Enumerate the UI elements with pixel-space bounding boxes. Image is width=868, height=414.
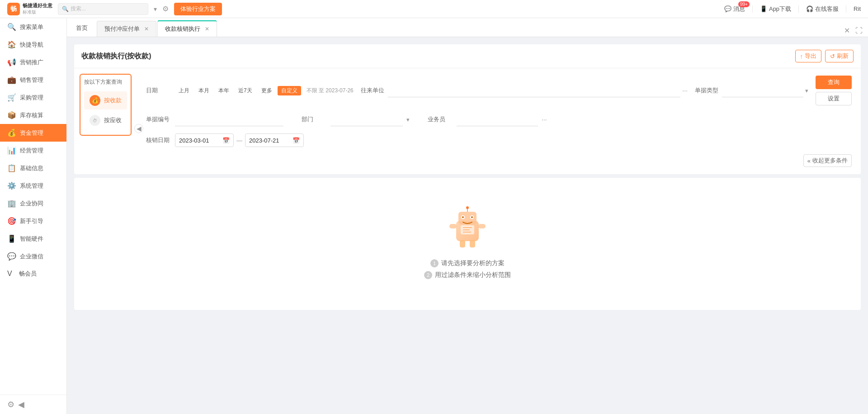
doc-number-input[interactable] xyxy=(175,113,283,126)
purchase-icon: 🛒 xyxy=(7,93,16,102)
collapse-left-arrow[interactable]: ◀ xyxy=(134,124,143,133)
collapse-sidebar-icon[interactable]: ◀ xyxy=(18,400,24,409)
dept-dropdown-icon[interactable]: ▾ xyxy=(406,116,410,123)
topbar-right: 💬 消息 99+ 📱 App下载 🎧 在线客服 Rit xyxy=(724,5,861,13)
topbar: 畅 畅捷通好生意 标准版 🔍 搜索... ▾ ⚙ 体验行业方案 💬 消息 99+… xyxy=(0,0,868,18)
search-bar[interactable]: 🔍 搜索... xyxy=(58,3,148,15)
svg-rect-11 xyxy=(470,240,475,247)
maximize-tab-button[interactable]: ⛶ xyxy=(854,25,864,37)
sidebar-label-member: 畅会员 xyxy=(19,270,37,278)
user-name[interactable]: Rit xyxy=(854,5,861,12)
tab-receipt-write-off[interactable]: 收款核销执行 ✕ xyxy=(157,20,217,37)
filter-writeoff-date-item: 核销日期 2023-03-01 📅 — 2023-07-21 📅 xyxy=(146,133,304,147)
sidebar-item-guide[interactable]: 🎯 新手引导 xyxy=(0,212,66,230)
svg-rect-1 xyxy=(458,212,476,224)
sidebar-label-enterprise: 企业协同 xyxy=(20,200,43,208)
date-more[interactable]: 更多 xyxy=(258,86,276,95)
customer-dots[interactable]: ··· xyxy=(682,87,688,94)
date-this-year[interactable]: 本年 xyxy=(215,86,233,95)
date-this-month[interactable]: 本月 xyxy=(195,86,213,95)
writeoff-date-range: 2023-03-01 📅 — 2023-07-21 📅 xyxy=(175,133,304,147)
filter-option-by-receivable[interactable]: ⏱ 按应收 xyxy=(84,111,127,129)
customer-input[interactable] xyxy=(388,84,681,97)
sidebar-item-search-menu[interactable]: 🔍 搜索菜单 xyxy=(0,18,66,36)
page-actions: ↑ 导出 ↺ 刷新 xyxy=(795,50,854,62)
svg-point-4 xyxy=(462,216,464,218)
sidebar-item-operations[interactable]: 📊 经营管理 xyxy=(0,142,66,159)
inventory-icon: 📦 xyxy=(7,111,16,119)
salesman-input[interactable] xyxy=(457,113,538,126)
sidebar: 🔍 搜索菜单 🏠 快捷导航 📢 营销推广 💼 销售管理 🛒 采购管理 📦 库存核… xyxy=(0,18,67,414)
chevron-down-icon[interactable]: ▾ xyxy=(154,5,157,13)
writeoff-start-date[interactable]: 2023-03-01 📅 xyxy=(175,133,234,147)
page-title: 收款核销执行(按收款) xyxy=(81,52,151,61)
app-title: 畅捷通好生意 xyxy=(23,2,52,9)
sidebar-item-member[interactable]: V 畅会员 xyxy=(0,265,66,282)
member-icon: V xyxy=(7,270,15,278)
online-service-button[interactable]: 🎧 在线客服 xyxy=(806,5,839,13)
dept-input[interactable] xyxy=(330,113,403,126)
settings-button[interactable]: 设置 xyxy=(816,92,852,105)
empty-tip-num-1: 1 xyxy=(430,259,439,267)
date-7days[interactable]: 近7天 xyxy=(235,86,256,95)
date-last-month[interactable]: 上月 xyxy=(175,86,193,95)
filter-doc-type-item: 单据类型 ▾ xyxy=(695,84,808,97)
app-subtitle: 标准版 xyxy=(23,9,52,15)
tab-prepay[interactable]: 预付冲应付单 ✕ xyxy=(97,21,156,37)
filter-row-3: 核销日期 2023-03-01 📅 — 2023-07-21 📅 xyxy=(146,133,852,147)
close-tab-button[interactable]: ✕ xyxy=(842,24,852,37)
date-range-sep: — xyxy=(236,137,242,144)
tab-prepay-label: 预付冲应付单 xyxy=(104,25,140,33)
writeoff-end-date-text: 2023-07-21 xyxy=(249,137,279,144)
dept-label: 部门 xyxy=(302,115,327,124)
message-badge: 99+ xyxy=(738,1,750,7)
filter-option-by-receipt[interactable]: 💰 按收款 xyxy=(84,91,127,109)
sidebar-item-wechat[interactable]: 💬 企业微信 xyxy=(0,247,66,265)
filter-customer-item: 往来单位 ··· xyxy=(361,84,688,97)
sidebar-item-hardware[interactable]: 📱 智能硬件 xyxy=(0,230,66,247)
calendar-end-icon[interactable]: 📅 xyxy=(292,137,300,144)
gear-icon[interactable]: ⚙ xyxy=(162,5,169,13)
message-button[interactable]: 💬 消息 99+ xyxy=(724,5,745,13)
sidebar-item-basic-info[interactable]: 📋 基础信息 xyxy=(0,159,66,177)
solution-button[interactable]: 体验行业方案 xyxy=(174,3,222,15)
settings-bottom-icon[interactable]: ⚙ xyxy=(7,400,14,409)
empty-tip-text-1: 请先选择要分析的方案 xyxy=(441,259,505,267)
sidebar-item-finance[interactable]: 💰 资金管理 xyxy=(0,124,66,142)
sidebar-item-enterprise[interactable]: 🏢 企业协同 xyxy=(0,195,66,212)
tab-prepay-close[interactable]: ✕ xyxy=(144,26,149,32)
refresh-button[interactable]: ↺ 刷新 xyxy=(825,50,854,62)
sidebar-item-system[interactable]: ⚙️ 系统管理 xyxy=(0,177,66,195)
guide-icon: 🎯 xyxy=(7,217,16,225)
sidebar-item-purchase[interactable]: 🛒 采购管理 xyxy=(0,89,66,106)
search-menu-icon: 🔍 xyxy=(7,23,16,31)
writeoff-end-date[interactable]: 2023-07-21 📅 xyxy=(245,133,304,147)
tab-home[interactable]: 首页 xyxy=(67,20,97,37)
svg-rect-8 xyxy=(449,224,457,228)
salesman-dots[interactable]: ··· xyxy=(542,116,547,123)
export-icon: ↑ xyxy=(800,53,803,60)
headset-icon: 🎧 xyxy=(806,5,813,12)
salesman-label: 业务员 xyxy=(428,115,453,124)
query-button[interactable]: 查询 xyxy=(816,76,852,89)
calendar-start-icon[interactable]: 📅 xyxy=(222,137,230,144)
doc-type-dropdown-icon[interactable]: ▾ xyxy=(805,87,808,94)
sidebar-item-quick-nav[interactable]: 🏠 快捷导航 xyxy=(0,36,66,53)
empty-illustration xyxy=(445,205,490,250)
sidebar-item-marketing[interactable]: 📢 营销推广 xyxy=(0,53,66,71)
sidebar-item-inventory[interactable]: 📦 库存核算 xyxy=(0,106,66,124)
collapse-more-wrapper: « 收起更多条件 xyxy=(146,154,852,167)
app-title-group: 畅捷通好生意 标准版 xyxy=(23,2,52,15)
date-custom[interactable]: 自定义 xyxy=(278,86,301,95)
sidebar-item-sales[interactable]: 💼 销售管理 xyxy=(0,71,66,89)
app-download-button[interactable]: 📱 App下载 xyxy=(760,5,791,13)
filter-salesman-item: 业务员 ··· xyxy=(428,113,547,126)
tab-receipt-write-off-close[interactable]: ✕ xyxy=(205,26,209,32)
finance-icon: 💰 xyxy=(7,128,16,137)
export-button[interactable]: ↑ 导出 xyxy=(795,50,822,62)
collapse-more-button[interactable]: « 收起更多条件 xyxy=(803,154,852,167)
doc-type-input[interactable] xyxy=(722,84,803,97)
basic-info-icon: 📋 xyxy=(7,164,16,172)
empty-tip-2: 2 用过滤条件来缩小分析范围 xyxy=(424,271,511,279)
svg-rect-9 xyxy=(478,224,486,228)
